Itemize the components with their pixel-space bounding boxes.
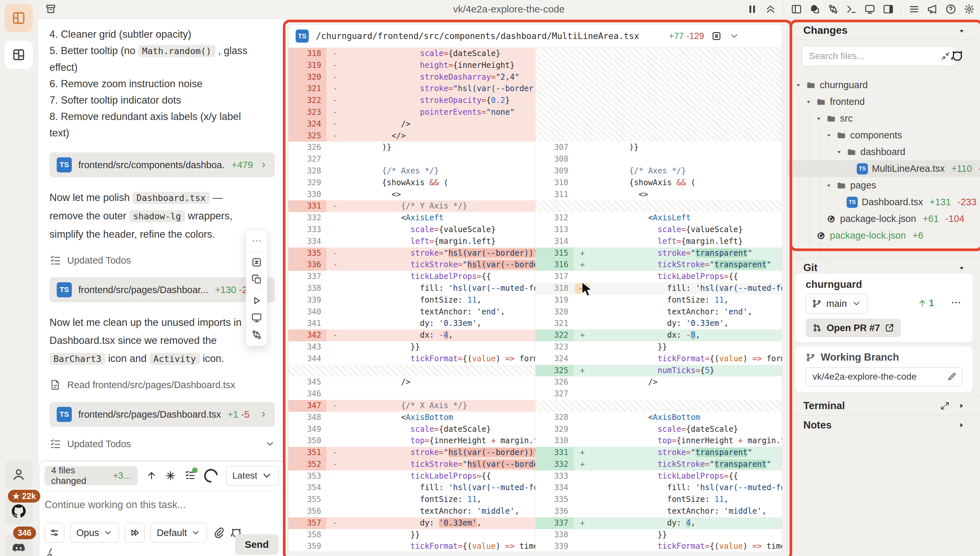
terminal-icon[interactable] (846, 3, 857, 15)
play-icon[interactable] (251, 295, 262, 306)
diff-line: 318+ fill: 'hsl(var(--muted-foreground))… (536, 283, 782, 294)
diff-filler (536, 48, 782, 60)
collapse-diff-icon[interactable] (729, 31, 739, 41)
diff-marker: - (326, 447, 344, 459)
tree-item-package-lock-json[interactable]: package-lock.json+6 (787, 227, 980, 244)
todos-status[interactable] (184, 469, 196, 482)
board-button[interactable] (5, 40, 33, 69)
caret-down-icon[interactable] (825, 132, 833, 139)
help-icon[interactable] (945, 3, 956, 15)
mode-dropdown[interactable]: Default (150, 523, 207, 543)
diff-row: 343 }}323 }} (289, 341, 782, 353)
diff-line: 351- stroke="hsl(var(--border))" (289, 447, 536, 459)
file-diff-chip[interactable]: TSfrontend/src/pages/Dashboard.tsx+1 -5 (50, 402, 275, 427)
file-diff-chip[interactable]: TSfrontend/src/components/dashboa...+479 (50, 152, 275, 177)
caret-down-icon[interactable] (815, 115, 822, 122)
panel-right-icon[interactable] (883, 3, 894, 15)
code-line: tickFormat={(value) => formatValue(value… (591, 353, 782, 365)
cat-icon[interactable] (951, 49, 964, 62)
tool-call-row[interactable]: Read frontend/src/pages/Dashboard.tsx (50, 379, 275, 391)
more-options-icon[interactable] (251, 235, 262, 247)
tree-item-components[interactable]: components (787, 127, 980, 144)
expand-icon[interactable] (940, 401, 949, 411)
tree-item-src[interactable]: src (787, 110, 980, 127)
code-line: <> (591, 189, 782, 200)
chevrons-up-icon[interactable] (765, 3, 776, 15)
tree-item-multilinearea-tsx[interactable]: TSMultiLineArea.tsx+110-162 (787, 160, 980, 177)
file-diff-chip[interactable]: TSfrontend/src/pages/Dashboar...+130 -22 (50, 277, 275, 302)
code-line (591, 388, 782, 400)
tree-item-dashboard-tsx[interactable]: TSDashboard.tsx+131-233 (787, 194, 980, 210)
diff-line: 333 tickLabelProps={{ (536, 470, 782, 482)
broom-icon[interactable] (45, 547, 57, 556)
tree-item-churnguard[interactable]: churnguard (787, 77, 980, 94)
diff-row: 349 scale={dateScale}329 scale={dateScal… (289, 423, 782, 435)
tree-item-pages[interactable]: pages (787, 177, 980, 194)
messages-icon[interactable] (809, 3, 820, 15)
tool-call-row[interactable]: Updated Todos (50, 438, 275, 450)
message-input[interactable]: Continue working on this task... (39, 491, 285, 511)
diff-row: 328 {/* Axes */}309 {/* Axes */} (289, 165, 782, 177)
add-comment-button[interactable]: + (575, 283, 589, 294)
line-number: 324 (289, 118, 326, 130)
fast-forward-button[interactable] (125, 523, 145, 543)
file-search-input[interactable]: Search files... (802, 46, 956, 66)
caret-down-icon[interactable] (825, 182, 833, 189)
chevron-down-icon[interactable] (265, 439, 275, 449)
pause-icon[interactable] (747, 3, 758, 15)
terminal-section[interactable]: Terminal (787, 396, 980, 415)
caret-down-icon[interactable] (835, 149, 843, 156)
diff-line: 358 }} (289, 529, 536, 541)
announcements-icon[interactable] (927, 3, 938, 15)
model-dropdown[interactable]: Opus (70, 523, 119, 543)
more-options-icon[interactable] (951, 297, 962, 308)
view-diff-icon[interactable] (251, 257, 262, 268)
tree-item-package-lock-json[interactable]: package-lock.json+61-104 (787, 210, 980, 227)
send-button[interactable]: Send (235, 534, 279, 555)
tree-item-dashboard[interactable]: dashboard (787, 144, 980, 160)
git-compare-icon[interactable] (828, 3, 839, 15)
line-number: 337 (289, 271, 326, 283)
working-branch-input[interactable]: vk/4e2a-explore-the-code (806, 367, 962, 386)
screen-share-icon[interactable] (864, 3, 875, 15)
diff-line: 321 dy: '0.33em', (536, 318, 782, 330)
account-button[interactable] (5, 460, 33, 488)
git-compare-icon[interactable] (251, 329, 262, 340)
caret-down-icon[interactable] (957, 27, 966, 36)
tree-item-frontend[interactable]: frontend (787, 94, 980, 110)
diff-marker (326, 306, 344, 318)
workspace-active-button[interactable] (5, 4, 33, 32)
diff-marker: - (326, 517, 344, 529)
caret-down-icon[interactable] (805, 99, 812, 105)
menu-icon[interactable] (909, 3, 920, 15)
line-number: 337 (536, 517, 573, 529)
caret-down-icon[interactable] (795, 82, 802, 89)
notes-section[interactable]: Notes (787, 415, 980, 435)
branch-dropdown[interactable]: main (806, 294, 868, 314)
edit-icon[interactable] (947, 372, 957, 381)
ts-file-icon: TS (57, 282, 72, 297)
diff-marker (326, 271, 344, 283)
diff-line: 352- tickStroke="hsl(var(--border))" (289, 459, 536, 470)
search-placeholder: Search files... (809, 51, 941, 61)
attach-icon[interactable] (213, 527, 224, 538)
open-pr-button[interactable]: Open PR #7 (806, 318, 901, 337)
code-line: tickLabelProps={{ (344, 470, 535, 482)
spark-icon[interactable] (165, 470, 176, 481)
scroll-up-icon[interactable] (146, 470, 157, 481)
line-number: 317 (536, 271, 573, 283)
diff-marker (326, 353, 344, 365)
code-line: }} (344, 341, 535, 353)
tool-call-row[interactable]: Updated Todos (50, 254, 275, 266)
diff-line: 340 textAnchor: 'end', (289, 306, 536, 318)
settings-sliders-button[interactable] (45, 523, 64, 543)
settings-icon[interactable] (964, 3, 975, 15)
added-count: +1 (228, 409, 238, 420)
panel-left-icon[interactable] (791, 3, 802, 15)
diff-view-icon[interactable] (711, 31, 722, 41)
collapse-tree-icon[interactable] (941, 51, 951, 61)
files-changed-chip[interactable]: 4 files changed +3... (45, 466, 138, 485)
version-dropdown[interactable]: Latest (226, 466, 279, 485)
copy-icon[interactable] (251, 274, 262, 285)
screen-icon[interactable] (251, 312, 262, 323)
